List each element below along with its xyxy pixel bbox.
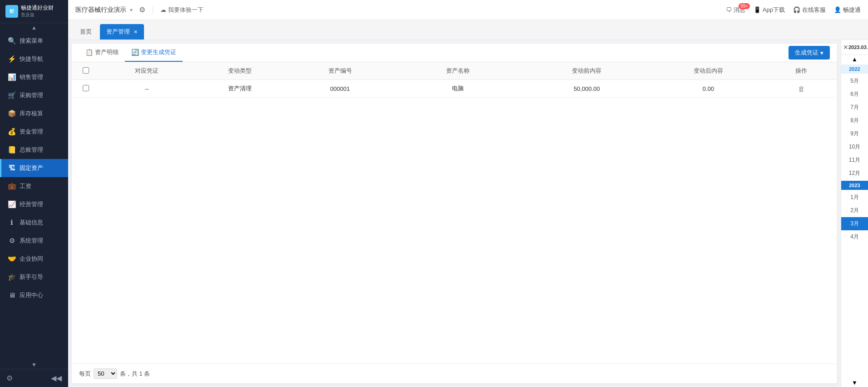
row-checkbox[interactable]	[83, 85, 89, 91]
td-code: 000001	[286, 80, 393, 98]
sidebar-item-system[interactable]: ⚙ 系统管理	[0, 232, 68, 250]
year-2022[interactable]: 2022	[841, 64, 868, 74]
online-service-btn[interactable]: 🎧 在线客服	[793, 6, 826, 14]
sidebar-item-basic-info[interactable]: ℹ 基础信息	[0, 213, 68, 232]
sub-tab-变更生成凭证[interactable]: 🔄 变更生成凭证	[125, 44, 183, 62]
sidebar-item-fixed-assets[interactable]: 🏗 固定资产	[0, 159, 68, 177]
calendar-scroll-up[interactable]: ▲	[841, 55, 868, 64]
sales-icon: 📊	[8, 73, 16, 81]
sidebar-scroll-down[interactable]: ▼	[31, 360, 37, 369]
td-type: 资产清理	[193, 80, 287, 98]
sidebar-item-label: 搜索菜单	[20, 37, 43, 45]
settings-icon[interactable]: ⚙	[6, 374, 13, 382]
divider	[153, 6, 153, 14]
tab-close-icon[interactable]: ✕	[134, 29, 138, 35]
content-area: 📋 资产明细🔄 变更生成凭证 生成凭证 ▾ 对应凭证变动类型资产编号资产名称变动…	[68, 40, 868, 387]
sidebar-item-funds[interactable]: 💰 资金管理	[0, 123, 68, 141]
generate-voucher-btn[interactable]: 生成凭证 ▾	[789, 46, 830, 60]
table-body: --资产清理000001电脑50,000.000.00🗑	[72, 80, 837, 98]
sidebar-item-ledger[interactable]: 📒 总账管理	[0, 141, 68, 159]
sub-tab-icon: 🔄	[131, 49, 139, 56]
sidebar-item-label: 资金管理	[20, 128, 43, 136]
year-label: 2023.03	[848, 45, 867, 50]
phone-icon: 📱	[754, 6, 761, 13]
sidebar-item-purchase[interactable]: 🛒 采购管理	[0, 86, 68, 104]
company-name: 医疗器械行业演示	[75, 6, 126, 14]
app-center-icon: 🖥	[8, 291, 16, 299]
tab-资产管理[interactable]: 资产管理✕	[100, 24, 144, 40]
th-code: 资产编号	[286, 62, 393, 80]
sub-tabs-left: 📋 资产明细🔄 变更生成凭证	[79, 44, 183, 62]
th-before: 变动前内容	[522, 62, 651, 80]
online-service-label: 在线客服	[802, 6, 826, 14]
logo-sub: 普及版	[21, 12, 54, 18]
td-after: 0.00	[651, 80, 766, 98]
month-item-2022-9月[interactable]: 9月	[841, 127, 868, 140]
content-main: 📋 资产明细🔄 变更生成凭证 生成凭证 ▾ 对应凭证变动类型资产编号资产名称变动…	[72, 44, 837, 383]
company-dropdown-icon[interactable]: ▾	[130, 7, 133, 13]
ledger-icon: 📒	[8, 146, 16, 154]
sub-tabs: 📋 资产明细🔄 变更生成凭证 生成凭证 ▾	[72, 44, 837, 62]
experience-btn[interactable]: ☁ 我要体验一下	[160, 6, 203, 14]
experience-label: 我要体验一下	[168, 6, 203, 14]
topbar: 医疗器械行业演示 ▾ ⚙ ☁ 我要体验一下 🗨 消息 99+ 📱 App下载 🎧…	[68, 0, 868, 20]
month-item-2022-8月[interactable]: 8月	[841, 114, 868, 127]
delete-icon[interactable]: 🗑	[798, 85, 805, 93]
sidebar-item-label: 系统管理	[20, 237, 43, 245]
cloud-icon: ☁	[160, 6, 166, 13]
topbar-right: 🗨 消息 99+ 📱 App下载 🎧 在线客服 👤 畅捷通	[726, 6, 861, 14]
collapse-icon[interactable]: ◀◀	[51, 374, 62, 382]
sidebar-item-label: 企业协同	[20, 255, 43, 263]
month-item-2022-12月[interactable]: 12月	[841, 167, 868, 180]
sub-tab-label: 资产明细	[95, 48, 119, 56]
month-item-2022-5月[interactable]: 5月	[841, 74, 868, 88]
month-item-2023-3月[interactable]: 3月	[841, 217, 868, 230]
app-download-btn[interactable]: 📱 App下载	[754, 6, 785, 14]
month-item-2022-6月[interactable]: 6月	[841, 88, 868, 101]
quick-nav-icon: ⚡	[8, 55, 16, 63]
sidebar-scroll-up[interactable]: ▲	[31, 23, 37, 32]
td-action: 🗑	[765, 80, 837, 98]
sidebar-item-quick-nav[interactable]: ⚡ 快捷导航	[0, 50, 68, 68]
month-item-2023-1月[interactable]: 1月	[841, 191, 868, 204]
sidebar-item-operations[interactable]: 📈 经营管理	[0, 195, 68, 213]
month-item-2023-4月[interactable]: 4月	[841, 230, 868, 243]
sidebar-item-enterprise[interactable]: 🤝 企业协同	[0, 250, 68, 268]
right-panel: ✕ 2023.03 ⤢ ▲ 20225月6月7月8月9月10月11月12月202…	[841, 40, 868, 387]
per-page-select[interactable]: 102050100	[94, 368, 117, 379]
sidebar-item-label: 总账管理	[20, 146, 43, 154]
sub-tab-资产明细[interactable]: 📋 资产明细	[79, 44, 125, 62]
select-all-checkbox[interactable]	[83, 67, 89, 74]
sub-tab-icon: 📋	[85, 49, 93, 56]
sidebar-item-guide[interactable]: 🎓 新手引导	[0, 268, 68, 286]
calendar-scroll-down[interactable]: ▼	[841, 378, 868, 387]
sidebar-item-search[interactable]: 🔍 搜索菜单	[0, 32, 68, 50]
td-checkbox	[72, 80, 100, 98]
sub-tab-label: 变更生成凭证	[141, 48, 176, 56]
month-item-2022-7月[interactable]: 7月	[841, 101, 868, 114]
sidebar-item-label: 应用中心	[20, 291, 43, 299]
message-badge: 99+	[739, 3, 750, 9]
year-2023[interactable]: 2023	[841, 181, 868, 190]
tab-首页[interactable]: 首页	[74, 24, 98, 40]
sidebar-item-payroll[interactable]: 💼 工资	[0, 177, 68, 195]
settings-gear-icon[interactable]: ⚙	[139, 5, 145, 14]
fixed-assets-icon: 🏗	[8, 164, 16, 172]
pagination: 每页 102050100 条，共 1 条	[72, 363, 837, 383]
messages-btn[interactable]: 🗨 消息 99+	[726, 6, 745, 14]
month-item-2022-10月[interactable]: 10月	[841, 140, 868, 154]
sidebar-item-inventory[interactable]: 📦 库存核算	[0, 104, 68, 123]
sidebar-item-app-center[interactable]: 🖥 应用中心	[0, 286, 68, 304]
sidebar-item-label: 库存核算	[20, 109, 43, 118]
total-label: 条，共 1 条	[120, 370, 150, 378]
td-voucher: --	[100, 80, 193, 98]
user-menu[interactable]: 👤 畅捷通	[834, 6, 861, 14]
logo-icon: 财	[5, 5, 18, 18]
sidebar-bottom: ⚙ ◀◀	[0, 369, 68, 387]
td-name: 电脑	[394, 80, 522, 98]
month-item-2023-2月[interactable]: 2月	[841, 204, 868, 217]
payroll-icon: 💼	[8, 182, 16, 190]
month-item-2022-11月[interactable]: 11月	[841, 154, 868, 167]
right-panel-close-btn[interactable]: ✕	[843, 44, 848, 51]
sidebar-item-sales[interactable]: 📊 销售管理	[0, 68, 68, 86]
